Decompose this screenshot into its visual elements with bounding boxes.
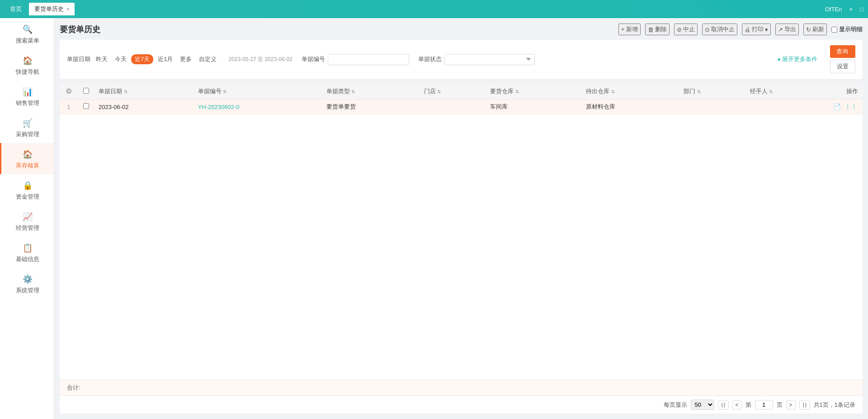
- col-doc-type[interactable]: 单据类型 ⇅: [322, 83, 420, 100]
- docno-filter-input[interactable]: [328, 54, 409, 65]
- last-page-button[interactable]: ⟩⟩: [799, 400, 810, 409]
- cancel-stop-icon: ⊙: [705, 26, 710, 33]
- col-handler[interactable]: 经手人 ⇅: [745, 83, 826, 100]
- date-filter-label: 单据日期: [67, 55, 90, 63]
- filter-docno-item: 单据编号: [302, 54, 409, 65]
- next-page-button[interactable]: >: [786, 400, 796, 409]
- page-input[interactable]: [755, 400, 773, 409]
- col-ops: 操作: [826, 83, 863, 100]
- sort-icon-doctype: ⇅: [351, 89, 355, 94]
- sidebar-item-label: 搜索菜单: [16, 37, 39, 45]
- sidebar-item-label: 快捷导航: [16, 68, 39, 76]
- sidebar-item-system-mgmt[interactable]: ⚙️ 系统管理: [0, 268, 54, 299]
- col-dept[interactable]: 部门 ⇅: [679, 83, 745, 100]
- page-size-label: 每页显示: [664, 401, 687, 409]
- date-custom[interactable]: 自定义: [196, 54, 219, 64]
- main-table: ⚙ 单据日期 ⇅ 单据编号 ⇅: [60, 83, 863, 114]
- select-all-checkbox[interactable]: [83, 88, 89, 94]
- expand-filters-button[interactable]: ▾ 展开更多条件: [778, 55, 817, 63]
- sidebar-item-label: 销售管理: [16, 99, 39, 107]
- sidebar-item-label: 经营管理: [16, 224, 39, 232]
- export-button[interactable]: ↗ 导出: [775, 24, 799, 35]
- sidebar-item-basic-info[interactable]: 📋 基础信息: [0, 237, 54, 268]
- filter-row: 单据日期 昨天 今天 近7天 近1月 更多 自定义 2023-05-27 至 2…: [67, 45, 855, 73]
- col-doc-no[interactable]: 单据编号 ⇅: [193, 83, 322, 100]
- col-pending-warehouse[interactable]: 待出仓库 ⇅: [581, 83, 679, 100]
- page-title: 要货单历史: [60, 24, 100, 35]
- sort-icon-store: ⇅: [437, 89, 441, 94]
- total-info: 共1页，1条记录: [814, 401, 855, 409]
- col-settings[interactable]: ⚙: [60, 83, 78, 100]
- sidebar-item-search-menu[interactable]: 🔍 搜索菜单: [0, 18, 54, 49]
- col-req-warehouse[interactable]: 要货仓库 ⇅: [486, 83, 581, 100]
- date-more[interactable]: 更多: [177, 54, 194, 64]
- sidebar-item-finance-mgmt[interactable]: 🔒 资金管理: [0, 174, 54, 205]
- sort-icon-req-wh: ⇅: [515, 89, 519, 94]
- print-icon: 🖨: [745, 26, 750, 33]
- query-button[interactable]: 查询: [830, 45, 855, 58]
- first-page-button[interactable]: ⟨⟨: [718, 400, 729, 409]
- row-doc-date: 2023-06-02: [94, 100, 193, 114]
- sidebar-item-inventory-calc[interactable]: 🏠 库存核算: [0, 143, 54, 174]
- tab-home-label: 首页: [10, 5, 22, 13]
- row-edit-icon[interactable]: 📄: [833, 103, 841, 110]
- column-settings-icon[interactable]: ⚙: [66, 87, 72, 95]
- docno-filter-label: 单据编号: [302, 55, 325, 63]
- top-bar: 首页 要货单历史 × OfTEn × □: [0, 0, 868, 18]
- show-detail-checkbox-label[interactable]: 显示明细: [831, 25, 863, 33]
- show-detail-checkbox[interactable]: [831, 27, 837, 33]
- settings-button[interactable]: 设置: [830, 60, 855, 73]
- finance-mgmt-icon: 🔒: [23, 181, 33, 190]
- date-7days[interactable]: 近7天: [131, 54, 153, 64]
- sidebar-item-label: 库存核算: [16, 162, 39, 170]
- quick-nav-icon: 🏠: [23, 56, 33, 66]
- delete-button[interactable]: 🗑 删除: [645, 24, 670, 35]
- sort-icon-date: ⇅: [124, 89, 127, 94]
- page-size-select[interactable]: 20 50 100: [691, 400, 714, 410]
- close-tab-icon[interactable]: ×: [66, 6, 69, 12]
- date-yesterday[interactable]: 昨天: [93, 54, 110, 64]
- table-container: ⚙ 单据日期 ⇅ 单据编号 ⇅: [60, 83, 863, 414]
- tab-home[interactable]: 首页: [5, 3, 27, 15]
- table-row: 1 2023-06-02 YH-20230602-0 要货单要货 车间库 原材料…: [60, 100, 863, 114]
- refresh-button[interactable]: ↻ 刷新: [803, 24, 827, 35]
- col-store[interactable]: 门店 ⇅: [420, 83, 486, 100]
- header-actions: + 新增 🗑 删除 ⊘ 中止 ⊙ 取消中止 🖨 打印 ▾: [618, 24, 863, 35]
- sidebar-item-sales-mgmt[interactable]: 📊 销售管理: [0, 81, 54, 112]
- close-window-icon[interactable]: ×: [849, 6, 853, 13]
- pagination-bar: 每页显示 20 50 100 ⟨⟨ < 第 页 > ⟩⟩ 共1页，1条记录: [60, 395, 863, 414]
- col-doc-date[interactable]: 单据日期 ⇅: [94, 83, 193, 100]
- sidebar-item-label: 系统管理: [16, 286, 39, 295]
- filter-panel: 单据日期 昨天 今天 近7天 近1月 更多 自定义 2023-05-27 至 2…: [60, 40, 863, 79]
- status-filter-select[interactable]: [444, 54, 535, 65]
- search-menu-icon: 🔍: [23, 24, 33, 34]
- system-mgmt-icon: ⚙️: [23, 274, 33, 284]
- sidebar-item-purchase-mgmt[interactable]: 🛒 采购管理: [0, 112, 54, 143]
- new-button[interactable]: + 新增: [618, 24, 641, 35]
- sidebar-item-quick-nav[interactable]: 🏠 快捷导航: [0, 49, 54, 81]
- sort-icon-dept: ⇅: [697, 89, 701, 94]
- basic-info-icon: 📋: [23, 243, 33, 253]
- row-more-icon[interactable]: ⋮⋮: [844, 103, 857, 110]
- filter-date-item: 单据日期 昨天 今天 近7天 近1月 更多 自定义: [67, 54, 219, 64]
- tab-requisition-history[interactable]: 要货单历史 ×: [29, 3, 75, 15]
- col-checkbox: [78, 83, 94, 100]
- date-1month[interactable]: 近1月: [155, 54, 175, 64]
- print-button[interactable]: 🖨 打印 ▾: [742, 24, 771, 35]
- date-today[interactable]: 今天: [112, 54, 129, 64]
- delete-icon: 🗑: [648, 26, 654, 33]
- date-range-display: 2023-05-27 至 2023-06-02: [228, 56, 292, 63]
- stop-button[interactable]: ⊘ 中止: [674, 24, 698, 35]
- export-icon: ↗: [778, 26, 783, 33]
- summary-label: 合计:: [67, 384, 80, 392]
- maximize-icon[interactable]: □: [860, 6, 863, 13]
- row-checkbox[interactable]: [83, 103, 89, 109]
- prev-page-button[interactable]: <: [732, 400, 742, 409]
- sort-icon-pending-wh: ⇅: [611, 89, 615, 94]
- status-filter-label: 单据状态: [418, 55, 442, 63]
- row-dept: [679, 100, 745, 114]
- doc-no-link[interactable]: YH-20230602-0: [198, 104, 240, 110]
- row-req-warehouse: 车间库: [486, 100, 581, 114]
- cancel-stop-button[interactable]: ⊙ 取消中止: [702, 24, 737, 35]
- sidebar-item-ops-mgmt[interactable]: 📈 经营管理: [0, 205, 54, 237]
